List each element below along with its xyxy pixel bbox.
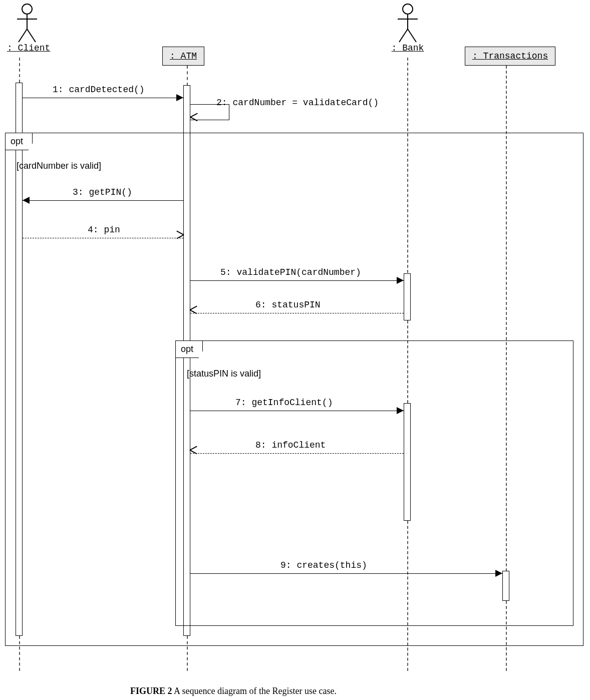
msg8-line bbox=[190, 453, 404, 454]
msg8-label: 8: infoClient bbox=[255, 440, 326, 450]
msg2-arrow bbox=[191, 117, 198, 124]
msg9-arrow bbox=[495, 570, 502, 577]
lifeline-atm: : ATM bbox=[162, 47, 204, 66]
msg9-line bbox=[190, 573, 502, 574]
opt2-label: opt bbox=[175, 340, 203, 358]
svg-point-5 bbox=[403, 4, 413, 14]
client-label: : Client bbox=[7, 43, 47, 53]
bank-label: : Bank bbox=[388, 43, 428, 53]
client-lifeline-dash bbox=[19, 58, 20, 83]
msg6-line bbox=[190, 313, 404, 313]
msg5-label: 5: validatePIN(cardNumber) bbox=[220, 267, 361, 277]
figure-caption: FIGURE 2 A sequence diagram of the Regis… bbox=[130, 686, 337, 696]
svg-point-0 bbox=[22, 4, 32, 14]
opt1-label: opt bbox=[5, 133, 33, 150]
atm-lifeline-dash bbox=[187, 66, 188, 86]
opt1-guard: [cardNumber is valid] bbox=[17, 161, 101, 171]
msg7-line bbox=[190, 411, 404, 411]
svg-line-3 bbox=[19, 29, 27, 42]
msg7-arrow bbox=[397, 407, 404, 414]
msg6-label: 6: statusPIN bbox=[255, 300, 321, 310]
caption-text: A sequence diagram of the Register use c… bbox=[174, 686, 337, 696]
svg-line-8 bbox=[399, 29, 408, 42]
msg8-arrow bbox=[190, 450, 197, 457]
atm-label: : ATM bbox=[170, 51, 197, 61]
lifeline-transactions: : Transactions bbox=[465, 47, 555, 66]
msg3-label: 3: getPIN() bbox=[73, 187, 132, 197]
caption-number: FIGURE 2 bbox=[130, 686, 172, 696]
actor-client: : Client bbox=[7, 3, 47, 53]
msg4-label: 4: pin bbox=[88, 225, 120, 235]
actor-bank: : Bank bbox=[388, 3, 428, 53]
msg1-line bbox=[23, 98, 183, 98]
msg1-label: 1: cardDetected() bbox=[53, 85, 145, 95]
msg3-arrow bbox=[23, 197, 30, 204]
msg1-arrow bbox=[176, 94, 183, 101]
msg7-label: 7: getInfoClient() bbox=[235, 398, 333, 408]
svg-line-4 bbox=[27, 29, 36, 42]
msg9-label: 9: creates(this) bbox=[280, 560, 367, 570]
msg4-line bbox=[23, 238, 183, 238]
svg-line-9 bbox=[408, 29, 416, 42]
stick-figure-icon bbox=[15, 3, 40, 43]
transactions-label: : Transactions bbox=[472, 51, 548, 61]
opt2-guard: [statusPIN is valid] bbox=[187, 369, 261, 379]
fragment-opt-statuspin: opt [statusPIN is valid] bbox=[175, 340, 573, 626]
msg6-arrow bbox=[190, 309, 197, 316]
msg5-line bbox=[190, 280, 404, 281]
msg3-line bbox=[23, 200, 183, 201]
msg4-arrow bbox=[176, 234, 183, 241]
stick-figure-icon bbox=[395, 3, 420, 43]
msg5-arrow bbox=[397, 277, 404, 284]
